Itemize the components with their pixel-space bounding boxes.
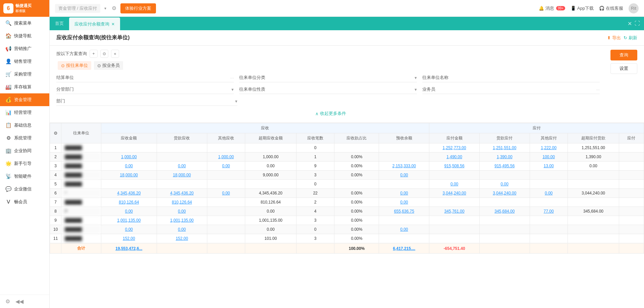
row-ap-other[interactable]: 100.00: [530, 152, 568, 162]
sidebar-item-purchase[interactable]: 🛒采购管理: [0, 68, 49, 81]
row-ar-goods[interactable]: 4,345,436.20: [157, 189, 207, 198]
department-input[interactable]: [83, 99, 235, 104]
row-ar-other[interactable]: 0.00: [207, 189, 245, 198]
sidebar-item-system[interactable]: ⚙系统管理: [0, 132, 49, 144]
row-ar-amount[interactable]: 0.00: [101, 207, 157, 216]
row-ar-goods[interactable]: 0.00: [157, 207, 207, 216]
filter-collapse-toggle[interactable]: ∧ 收起更多条件: [56, 108, 605, 119]
row-ar-amount[interactable]: 0.00: [101, 162, 157, 171]
settlement-unit-input[interactable]: [83, 75, 230, 80]
refresh-button[interactable]: ↻ 刷新: [624, 35, 637, 41]
sidebar-item-member[interactable]: Ⅴ畅会员: [0, 195, 49, 208]
sidebar-item-wechat[interactable]: 💬企业微信: [0, 183, 49, 195]
row-ar-goods[interactable]: 0.00: [157, 162, 207, 171]
sidebar-item-finance[interactable]: 💰资金管理: [0, 93, 49, 106]
row-ap-goods[interactable]: 1,390.00: [479, 152, 530, 162]
row-ap-amount[interactable]: 3,044,240.00: [429, 189, 480, 198]
row-ar-amount[interactable]: 810,126.64: [101, 198, 157, 207]
export-button[interactable]: ⬆ 导出: [607, 35, 621, 41]
settlement-unit-dots[interactable]: ···: [230, 75, 234, 80]
sidebar-item-guide[interactable]: 🌟新手引导: [0, 157, 49, 170]
row-ar-amount[interactable]: 18,000.00: [101, 171, 157, 180]
partner-category-input[interactable]: [266, 75, 414, 80]
row-ap-other[interactable]: 1,222.00: [530, 143, 568, 152]
partner-name-input[interactable]: [449, 75, 600, 80]
partner-nature-label: 往来单位性质: [239, 86, 266, 92]
row-ap-amount[interactable]: 915,508.56: [429, 162, 480, 171]
row-ap-other[interactable]: 0.00: [530, 189, 568, 198]
row-ar-prepay[interactable]: 0.00: [379, 225, 429, 234]
setting-button[interactable]: 设置: [610, 63, 637, 74]
row-ap-goods[interactable]: 3,044,240.00: [479, 189, 530, 198]
scheme-salesman-button[interactable]: ⊙ 按业务员: [94, 61, 123, 70]
partner-category-arrow[interactable]: ▾: [415, 75, 417, 80]
topnav-gear-icon[interactable]: ⚙: [112, 5, 116, 11]
row-ap-goods[interactable]: 915,495.56: [479, 162, 530, 171]
breadcrumb-chevron[interactable]: ▾: [104, 6, 106, 11]
row-ar-other[interactable]: 0.00: [207, 162, 245, 171]
row-ap-amount[interactable]: 1,252,773.00: [429, 143, 480, 152]
filter-add-button[interactable]: +: [90, 50, 98, 58]
row-ap-amount[interactable]: 0.00: [429, 180, 480, 189]
row-ap-goods[interactable]: 0.00: [479, 180, 530, 189]
industry-solution-button[interactable]: 体验行业方案: [120, 3, 156, 13]
settings-icon[interactable]: ⚙: [5, 298, 10, 305]
salesman-input[interactable]: [449, 87, 596, 92]
salesman-dots[interactable]: ···: [596, 87, 600, 92]
row-ar-prepay[interactable]: 655,636.75: [379, 207, 429, 216]
tabbar-expand-icon[interactable]: ⛶: [635, 20, 640, 27]
row-ar-amount[interactable]: 4,345,436.20: [101, 189, 157, 198]
row-ar-goods[interactable]: 18,000.00: [157, 171, 207, 180]
tabbar-close-icon[interactable]: ✕: [628, 20, 632, 27]
row-ar-goods[interactable]: 0.00: [157, 225, 207, 234]
row-ap-goods[interactable]: 345,684.00: [479, 207, 530, 216]
footer-ar-amount[interactable]: 19,553,472,6...: [101, 243, 157, 254]
customer-service-item[interactable]: 🎧 在线客服: [599, 5, 623, 11]
user-avatar[interactable]: Rit: [629, 3, 639, 13]
sidebar-item-inventory[interactable]: 🏭库存核算: [0, 81, 49, 93]
sidebar-item-enterprise[interactable]: 🏢企业协同: [0, 144, 49, 157]
sidebar-item-basic-info[interactable]: 📋基础信息: [0, 119, 49, 132]
row-ap-other[interactable]: 13.00: [530, 162, 568, 171]
sidebar-item-hardware[interactable]: 📡智能硬件: [0, 170, 49, 183]
row-ar-prepay[interactable]: 0.00: [379, 198, 429, 207]
tab-ar-ap-query[interactable]: 应收应付余额查询 ✕: [69, 17, 120, 31]
row-ap-goods[interactable]: 1,251,551.00: [479, 143, 530, 152]
notifications-item[interactable]: 🔔 消息 99+: [539, 5, 565, 11]
sidebar-item-operation[interactable]: 📊经营管理: [0, 106, 49, 119]
row-ar-other[interactable]: 1,000.00: [207, 152, 245, 162]
tab-close-icon[interactable]: ✕: [111, 22, 115, 27]
row-ar-goods[interactable]: 152.00: [157, 234, 207, 244]
row-ap-amount[interactable]: 345,761.00: [429, 207, 480, 216]
row-ar-goods[interactable]: 810,126.64: [157, 198, 207, 207]
footer-ar-prepay[interactable]: 6,417,215....: [379, 243, 429, 254]
tab-home[interactable]: 首页: [50, 17, 69, 30]
row-ar-prepay[interactable]: 0.00: [379, 171, 429, 180]
row-ar-count: 3: [296, 216, 334, 225]
row-ap-other[interactable]: 77.00: [530, 207, 568, 216]
row-ar-goods[interactable]: 1,001,135.00: [157, 216, 207, 225]
row-ar-prepay[interactable]: 2,153,333.00: [379, 162, 429, 171]
query-button[interactable]: 查询: [610, 50, 637, 60]
row-ar-amount[interactable]: 152.00: [101, 234, 157, 244]
row-ar-amount[interactable]: 0.00: [101, 225, 157, 234]
filter-collapse-button[interactable]: «: [111, 50, 119, 58]
row-ar-amount[interactable]: 1,001,135.00: [101, 216, 157, 225]
filter-settings-button[interactable]: ⊙: [100, 50, 108, 58]
dept-arrow[interactable]: ▾: [231, 87, 234, 92]
dept-input[interactable]: [83, 87, 231, 92]
settings-gear-icon[interactable]: ⚙: [53, 131, 58, 136]
sidebar-item-search-menu[interactable]: 🔍搜索菜单: [0, 17, 49, 30]
sidebar-item-marketing[interactable]: 📢营销推广: [0, 42, 49, 55]
row-ar-amount[interactable]: 1,000.00: [101, 152, 157, 162]
sidebar-item-quick-nav[interactable]: 🏠快捷导航: [0, 30, 49, 42]
collapse-icon[interactable]: ◀◀: [15, 298, 23, 305]
row-ar-prepay[interactable]: 0.00: [379, 189, 429, 198]
partner-nature-input[interactable]: [266, 87, 414, 92]
row-ap-amount[interactable]: 1,490.00: [429, 152, 480, 162]
scheme-partner-button[interactable]: ⊙ 按往来单位: [58, 61, 91, 70]
partner-nature-arrow[interactable]: ▾: [415, 87, 417, 92]
sidebar-item-sales[interactable]: 👤销售管理: [0, 55, 49, 68]
app-download-item[interactable]: 📱 App下载: [571, 5, 594, 11]
department-arrow[interactable]: ▾: [235, 99, 237, 104]
